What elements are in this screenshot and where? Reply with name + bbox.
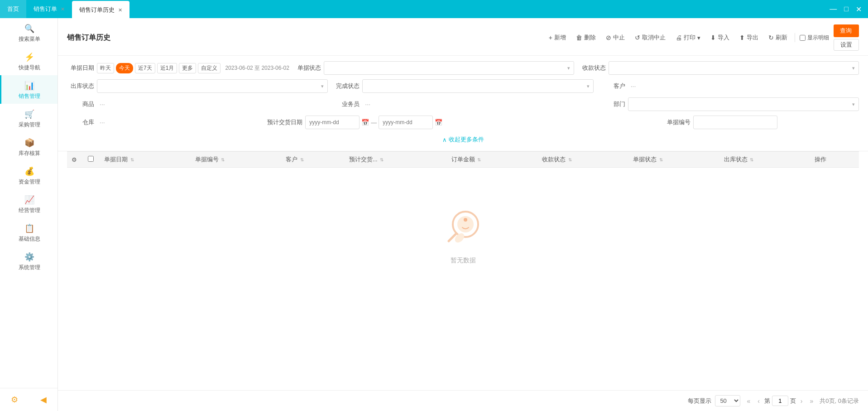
th-expected-delivery[interactable]: 预计交货... ⇅ <box>345 152 447 168</box>
sidebar-item-operations[interactable]: 📈 经营管理 <box>0 189 58 218</box>
select-all-checkbox[interactable] <box>88 156 94 162</box>
th-pay-status[interactable]: 收款状态 ⇅ <box>537 152 628 168</box>
date-quick-btns: 昨天 今天 近7天 近1月 更多 自定义 <box>97 63 221 73</box>
th-customer[interactable]: 客户 ⇅ <box>281 152 345 168</box>
product-dots-btn[interactable]: ··· <box>97 100 108 109</box>
cancel-stop-icon: ↺ <box>635 34 640 41</box>
customer-dots-btn[interactable]: ··· <box>628 82 639 91</box>
basic-info-icon: 📋 <box>24 223 34 233</box>
warehouse-dots-btn[interactable]: ··· <box>97 118 108 127</box>
pagination-btns: « ‹ 第 页 › » <box>744 396 816 406</box>
dept-select[interactable]: ▾ <box>628 97 859 111</box>
sidebar-item-label: 系统管理 <box>19 264 40 271</box>
pay-status-select[interactable]: ▾ <box>609 61 859 75</box>
show-detail-label[interactable]: 显示明细 <box>800 34 829 42</box>
order-no-control <box>693 116 859 129</box>
sys-mgmt-icon: ⚙️ <box>24 252 34 262</box>
print-arrow-icon: ▾ <box>697 34 700 41</box>
close-btn[interactable]: ✕ <box>853 3 864 15</box>
th-order-no[interactable]: 单据编号 ⇅ <box>191 152 282 168</box>
sort-date-icon: ⇅ <box>130 157 134 162</box>
show-detail-checkbox[interactable] <box>800 35 806 41</box>
pay-status-arrow-icon: ▾ <box>852 65 855 71</box>
th-amount[interactable]: 订单金额 ⇅ <box>447 152 538 168</box>
delivery-date-to[interactable] <box>379 116 433 129</box>
print-btn[interactable]: 🖨 打印 ▾ <box>673 32 703 44</box>
table-gear-icon[interactable]: ⚙ <box>72 156 77 163</box>
date-custom-btn[interactable]: 自定义 <box>198 63 221 73</box>
complete-status-select[interactable]: ▾ <box>362 79 593 93</box>
sidebar-item-basic-info[interactable]: 📋 基础信息 <box>0 218 58 247</box>
first-page-btn[interactable]: « <box>744 396 753 406</box>
sidebar-item-purchase-mgmt[interactable]: 🛒 采购管理 <box>0 104 58 132</box>
order-status-select[interactable]: ▾ <box>324 61 574 75</box>
filter-delivery-status: 出库状态 ▾ <box>67 79 328 93</box>
last-page-btn[interactable]: » <box>807 396 816 406</box>
table-area: ⚙ 单据日期 ⇅ 单据编号 ⇅ <box>58 151 868 390</box>
data-table: ⚙ 单据日期 ⇅ 单据编号 ⇅ <box>67 151 859 301</box>
stop-icon: ⊘ <box>606 34 611 41</box>
filter-row-2: 出库状态 ▾ 完成状态 ▾ <box>67 79 859 93</box>
sidebar-collapse-btn[interactable]: ◀ <box>37 393 50 406</box>
tab-sales-order-history-close[interactable]: ✕ <box>118 7 122 13</box>
salesperson-dots-btn[interactable]: ··· <box>362 100 373 109</box>
query-btn[interactable]: 查询 <box>834 24 859 37</box>
calendar-from-icon[interactable]: 📅 <box>361 119 369 126</box>
import-btn[interactable]: ⬇ 导入 <box>708 32 732 44</box>
sidebar-item-quick-nav[interactable]: ⚡ 快捷导航 <box>0 47 58 75</box>
date-today-btn[interactable]: 今天 <box>116 63 133 73</box>
sort-pay-status-icon: ⇅ <box>568 157 572 162</box>
th-date[interactable]: 单据日期 ⇅ <box>100 152 191 168</box>
tab-sales-order[interactable]: 销售订单 ✕ <box>26 0 72 18</box>
sidebar-item-label: 基础信息 <box>19 235 40 243</box>
purchase-mgmt-icon: 🛒 <box>24 109 34 119</box>
sidebar-item-search-menu[interactable]: 🔍 搜索菜单 <box>0 18 58 47</box>
page-size-select[interactable]: 50 10 20 100 <box>715 395 740 406</box>
th-delivery-status[interactable]: 出库状态 ⇅ <box>719 152 810 168</box>
page-number-input[interactable] <box>772 396 788 406</box>
th-order-status[interactable]: 单据状态 ⇅ <box>628 152 719 168</box>
order-status-arrow-icon: ▾ <box>567 65 570 71</box>
sidebar-item-inventory[interactable]: 📦 库存核算 <box>0 132 58 161</box>
pay-status-control: ▾ <box>609 61 859 75</box>
date-1month-btn[interactable]: 近1月 <box>157 63 177 73</box>
empty-state: 暂无数据 <box>67 168 859 301</box>
export-btn[interactable]: ⬆ 导出 <box>737 32 761 44</box>
next-page-btn[interactable]: › <box>798 396 806 406</box>
collapse-more-btn[interactable]: ∧ 收起更多条件 <box>67 134 859 145</box>
tab-sales-order-history[interactable]: 销售订单历史 ✕ <box>72 1 129 19</box>
order-no-input[interactable] <box>693 116 777 129</box>
date-7days-btn[interactable]: 近7天 <box>135 63 155 73</box>
delivery-date-from[interactable] <box>305 116 360 129</box>
delete-btn[interactable]: 🗑 删除 <box>573 32 599 44</box>
settings-btn[interactable]: 设置 <box>834 39 859 51</box>
sidebar-item-sys-mgmt[interactable]: ⚙️ 系统管理 <box>0 247 58 275</box>
new-btn[interactable]: + 新增 <box>546 32 569 44</box>
delivery-status-select[interactable]: ▾ <box>97 79 328 93</box>
refresh-btn[interactable]: ↻ 刷新 <box>766 32 790 44</box>
prev-page-btn[interactable]: ‹ <box>755 396 762 406</box>
stop-btn[interactable]: ⊘ 中止 <box>603 32 628 44</box>
tab-sales-order-close[interactable]: ✕ <box>61 6 65 12</box>
sort-amount-icon: ⇅ <box>477 157 481 162</box>
collapse-icon: ∧ <box>442 136 447 143</box>
maximize-btn[interactable]: □ <box>841 3 851 15</box>
pagination-info: 共0页, 0条记录 <box>820 397 859 405</box>
minimize-btn[interactable]: — <box>827 3 839 15</box>
filter-area: 单据日期 昨天 今天 近7天 近1月 更多 自定义 2023-06-02 至 2 <box>58 56 868 151</box>
page-header: 销售订单历史 + 新增 🗑 删除 ⊘ 中止 ↺ 取消中止 <box>58 18 868 56</box>
table-body: 暂无数据 <box>67 168 859 301</box>
sales-mgmt-icon: 📊 <box>24 81 34 91</box>
sidebar-item-label: 快捷导航 <box>19 64 40 72</box>
cancel-stop-btn[interactable]: ↺ 取消中止 <box>632 32 668 44</box>
sidebar-item-sales-mgmt[interactable]: 📊 销售管理 <box>0 75 58 104</box>
calendar-to-icon[interactable]: 📅 <box>435 119 442 126</box>
date-yesterday-btn[interactable]: 昨天 <box>97 63 114 73</box>
new-icon: + <box>549 34 552 41</box>
th-gear: ⚙ <box>67 152 83 168</box>
filter-salesperson: 业务员 ··· <box>332 100 593 109</box>
sidebar-settings-btn[interactable]: ⚙ <box>7 393 22 406</box>
sidebar-item-finance[interactable]: 💰 资金管理 <box>0 161 58 189</box>
tab-home[interactable]: 首页 <box>0 0 26 18</box>
date-more-btn[interactable]: 更多 <box>179 63 196 73</box>
